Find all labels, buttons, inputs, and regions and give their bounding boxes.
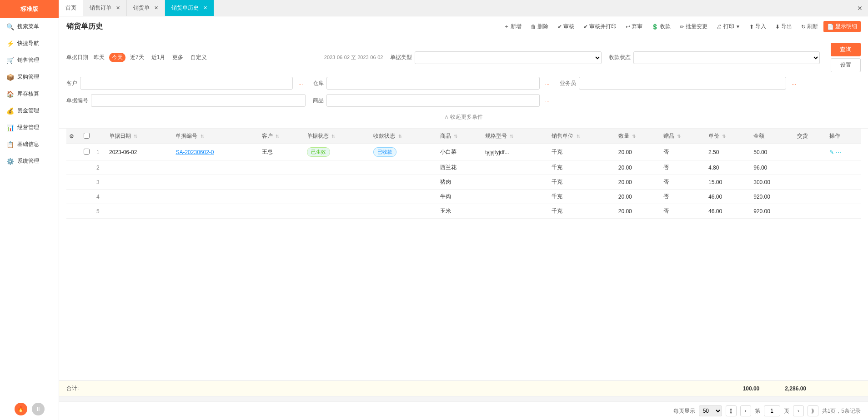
col-gear[interactable]: ⚙ [66, 129, 81, 144]
tab-sales-order[interactable]: 销售订单 ✕ [83, 0, 127, 16]
date-btn-custom[interactable]: 自定义 [188, 53, 210, 62]
tab-bar-close-all[interactable]: ✕ [852, 5, 868, 12]
row-num: 2 [94, 160, 106, 175]
col-price[interactable]: 单价 ⇅ [706, 129, 751, 144]
sidebar-item-operation[interactable]: 📊 经营管理 [0, 119, 59, 136]
date-btn-7days[interactable]: 近7天 [127, 53, 147, 62]
per-page-select[interactable]: 50100200 [699, 405, 722, 416]
audit-print-button[interactable]: ✔ 审核并打印 [580, 21, 620, 32]
row-spec [482, 190, 549, 204]
quick-nav-icon: ⚡ [6, 40, 14, 47]
staff-ellipsis[interactable]: ... [789, 80, 799, 86]
refresh-button[interactable]: ↻ 刷新 [798, 21, 822, 32]
page-last-button[interactable]: ⟫ [808, 405, 818, 416]
row-edit-button[interactable]: ✎ [829, 149, 834, 155]
row-customer [259, 175, 304, 190]
batch-change-icon: ✏ [680, 24, 684, 30]
date-btn-more[interactable]: 更多 [170, 53, 186, 62]
sidebar-item-sales-mgmt[interactable]: 🛒 销售管理 [0, 52, 59, 69]
batch-change-button[interactable]: ✏ 批量变更 [676, 21, 711, 32]
sidebar-item-finance[interactable]: 💰 资金管理 [0, 102, 59, 119]
row-checkbox[interactable] [84, 149, 90, 155]
sidebar-bottom-btn2[interactable]: ⏸ [32, 403, 45, 415]
col-collect-status-sort-icon: ⇅ [398, 134, 402, 139]
sidebar-item-label: 搜索菜单 [17, 23, 39, 30]
row-spec: tyjyjtyjdf... [482, 144, 549, 160]
sidebar-item-basic-info[interactable]: 📋 基础信息 [0, 136, 59, 153]
date-btn-1month[interactable]: 近1月 [149, 53, 168, 62]
col-qty[interactable]: 数量 ⇅ [616, 129, 661, 144]
show-detail-label: 显示明细 [835, 23, 857, 30]
sidebar-bottom-btn1[interactable]: 🔥 [15, 403, 27, 415]
doc-type-select[interactable] [415, 51, 601, 64]
col-collect-status[interactable]: 收款状态 ⇅ [371, 129, 437, 144]
new-button[interactable]: ＋ 新增 [500, 21, 525, 32]
sidebar-item-search-menu[interactable]: 🔍 搜索菜单 [0, 18, 59, 35]
audit-print-label: 审核并打印 [589, 23, 617, 30]
col-spec[interactable]: 规格型号 ⇅ [482, 129, 549, 144]
tab-sales-order-label: 销售订单 [90, 4, 111, 12]
page-header: 销货单历史 ＋ 新增 🗑 删除 ✔ 审核 ✔ 审核并打印 [59, 16, 868, 37]
col-doc-status[interactable]: 单据状态 ⇅ [304, 129, 371, 144]
show-detail-button[interactable]: 📄 显示明细 [823, 21, 861, 32]
date-btn-today[interactable]: 今天 [109, 53, 125, 62]
sidebar-item-inventory[interactable]: 🏠 库存核算 [0, 85, 59, 102]
filter-collapse[interactable]: ∧ 收起更多条件 [66, 111, 861, 123]
import-button[interactable]: ⬆ 导入 [746, 21, 770, 32]
print-button[interactable]: 🖨 打印 ▼ [713, 21, 744, 32]
tab-sales-order-close[interactable]: ✕ [116, 5, 120, 11]
doc-no-input[interactable] [91, 94, 306, 107]
tab-history[interactable]: 销货单历史 ✕ [165, 0, 214, 16]
page-first-button[interactable]: ⟪ [726, 405, 737, 416]
row-gear [66, 204, 81, 219]
warehouse-ellipsis[interactable]: ... [542, 80, 552, 86]
col-price-label: 单价 [708, 133, 719, 139]
row-doc-no[interactable]: SA-20230602-0 [173, 144, 259, 160]
date-btn-yesterday[interactable]: 昨天 [91, 53, 107, 62]
horizontal-scrollbar[interactable] [59, 396, 868, 401]
goods-label: 商品 [313, 97, 324, 105]
doc-no-link[interactable]: SA-20230602-0 [176, 149, 214, 155]
select-all-checkbox[interactable] [84, 133, 90, 139]
col-goods[interactable]: 商品 ⇅ [437, 129, 482, 144]
collect-status-select[interactable] [633, 51, 820, 64]
delete-button[interactable]: 🗑 删除 [527, 21, 552, 32]
col-unit[interactable]: 销售单位 ⇅ [549, 129, 615, 144]
goods-input[interactable] [326, 94, 539, 107]
col-doc-status-sort-icon: ⇅ [331, 134, 335, 139]
col-customer[interactable]: 客户 ⇅ [259, 129, 304, 144]
warehouse-input[interactable] [326, 77, 539, 90]
collect-button[interactable]: 💲 收款 [648, 21, 674, 32]
row-more-button[interactable]: ⋯ [836, 149, 841, 155]
col-doc-no[interactable]: 单据编号 ⇅ [173, 129, 259, 144]
customer-ellipsis[interactable]: ... [296, 80, 306, 86]
row-date [106, 175, 173, 190]
audit-button[interactable]: ✔ 审核 [554, 21, 578, 32]
col-customer-sort-icon: ⇅ [276, 134, 279, 139]
customer-input[interactable] [80, 77, 293, 90]
col-gift[interactable]: 赠品 ⇅ [661, 129, 706, 144]
row-action-cell [827, 190, 861, 204]
tab-invoice[interactable]: 销货单 ✕ [127, 0, 165, 16]
staff-input[interactable] [579, 77, 786, 90]
row-action-cell [827, 160, 861, 175]
sidebar-item-quick-nav[interactable]: ⚡ 快捷导航 [0, 35, 59, 52]
tab-invoice-close[interactable]: ✕ [154, 5, 158, 11]
query-button[interactable]: 查询 [831, 43, 861, 56]
table-header: ⚙ 单据日期 ⇅ 单据编号 ⇅ [66, 129, 861, 144]
export-button[interactable]: ⬇ 导出 [772, 21, 796, 32]
abandon-button[interactable]: ↩ 弃审 [622, 21, 646, 32]
filter-row-2: 客户 ... 仓库 ... 业务员 ... [66, 77, 861, 90]
basic-info-icon: 📋 [6, 141, 14, 148]
goods-ellipsis[interactable]: ... [542, 97, 552, 104]
col-date[interactable]: 单据日期 ⇅ [106, 129, 173, 144]
tab-history-close[interactable]: ✕ [203, 5, 207, 11]
sidebar-item-purchase-mgmt[interactable]: 📦 采购管理 [0, 69, 59, 85]
page-next-button[interactable]: › [793, 405, 804, 416]
settings-button[interactable]: 设置 [831, 58, 861, 72]
page-number-input[interactable] [764, 405, 780, 416]
tab-home[interactable]: 首页 [59, 0, 83, 16]
sidebar-item-system[interactable]: ⚙️ 系统管理 [0, 153, 59, 170]
page-prev-button[interactable]: ‹ [740, 405, 751, 416]
new-icon: ＋ [504, 23, 509, 30]
